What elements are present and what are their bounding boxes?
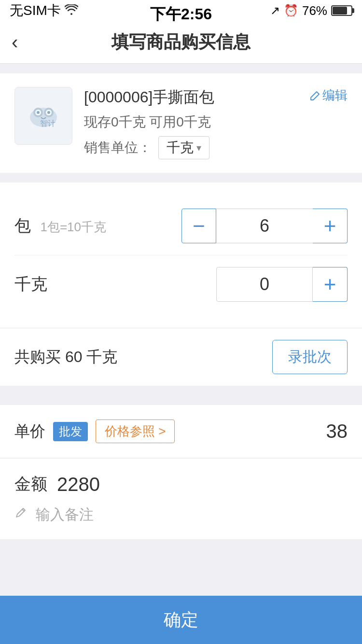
price-value: 38 [326,420,348,442]
bottom-padding [0,539,362,597]
product-name: [0000006]手撕面包 [84,87,214,108]
pack-controls: − + [181,209,348,243]
kg-label: 千克 [14,273,216,295]
price-row: 单价 批发 价格参照 > 38 [14,420,348,443]
kg-increment-button[interactable]: + [313,267,348,302]
summary-text: 共购买 60 千克 [14,347,117,368]
location-icon: ↗ [270,4,280,17]
price-section: 单价 批发 价格参照 > 38 [0,405,362,458]
kg-controls: + [216,267,348,302]
amount-row: 金额 2280 [14,473,348,495]
battery-icon [331,5,352,16]
alarm-icon: ⏰ [284,4,298,17]
remark-row[interactable]: 输入备注 [14,505,348,525]
amount-value: 2280 [57,474,100,495]
unit-label: 销售单位： [84,139,152,157]
status-bar: 无SIM卡 下午2:56 ↗ ⏰ 76% [0,0,362,21]
product-info: [0000006]手撕面包 编辑 现存0千克 可用0千克 销售单位： 千克 ▾ [84,87,348,159]
quantity-section: 包 1包=10千克 − + 千克 + [0,182,362,328]
amount-label: 金额 [14,473,47,495]
battery-percent: 76% [302,3,327,18]
wifi-icon [65,3,78,18]
product-card: 智计 [0000006]手撕面包 编辑 现存0千克 可用0千克 销售单位： 千克… [0,73,362,173]
pack-decrement-button[interactable]: − [181,209,216,243]
page-title: 填写商品购买信息 [111,30,251,54]
summary-section: 共购买 60 千克 录批次 [0,328,362,386]
svg-point-5 [37,111,40,114]
svg-point-6 [47,111,50,114]
edit-button[interactable]: 编辑 [310,87,348,104]
product-thumbnail: 智计 [14,87,72,145]
dropdown-arrow: ▾ [196,142,201,154]
pencil-icon [14,506,28,523]
product-unit-row: 销售单位： 千克 ▾ [84,136,348,159]
product-stock: 现存0千克 可用0千克 [84,113,348,131]
pack-increment-button[interactable]: + [313,209,348,243]
nav-bar: ‹ 填写商品购买信息 [0,21,362,64]
price-reference-button[interactable]: 价格参照 > [96,420,175,443]
pack-quantity-row: 包 1包=10千克 − + [14,197,348,255]
unit-select[interactable]: 千克 ▾ [158,136,209,159]
status-left: 无SIM卡 [10,1,78,20]
section-divider-2 [0,386,362,395]
back-button[interactable]: ‹ [12,31,18,53]
pack-quantity-input[interactable] [216,209,313,243]
svg-text:智计: 智计 [40,119,56,127]
pack-label: 包 1包=10千克 [14,215,181,237]
kg-quantity-row: 千克 + [14,255,348,313]
section-divider-1 [0,173,362,182]
kg-quantity-input[interactable] [216,267,313,302]
unit-value: 千克 [167,139,194,157]
status-right: ↗ ⏰ 76% [270,3,352,18]
batch-button[interactable]: 录批次 [272,340,348,374]
product-name-row: [0000006]手撕面包 编辑 [84,87,348,108]
product-logo: 智计 [27,99,60,133]
amount-section: 金额 2280 输入备注 [0,459,362,539]
price-label: 单价 [14,421,45,442]
confirm-button[interactable]: 确定 [0,596,362,644]
price-left: 单价 批发 价格参照 > [14,420,175,443]
pack-sublabel: 1包=10千克 [40,220,106,234]
carrier-text: 无SIM卡 [10,1,61,20]
price-tag: 批发 [53,422,88,441]
remark-placeholder: 输入备注 [36,505,94,525]
